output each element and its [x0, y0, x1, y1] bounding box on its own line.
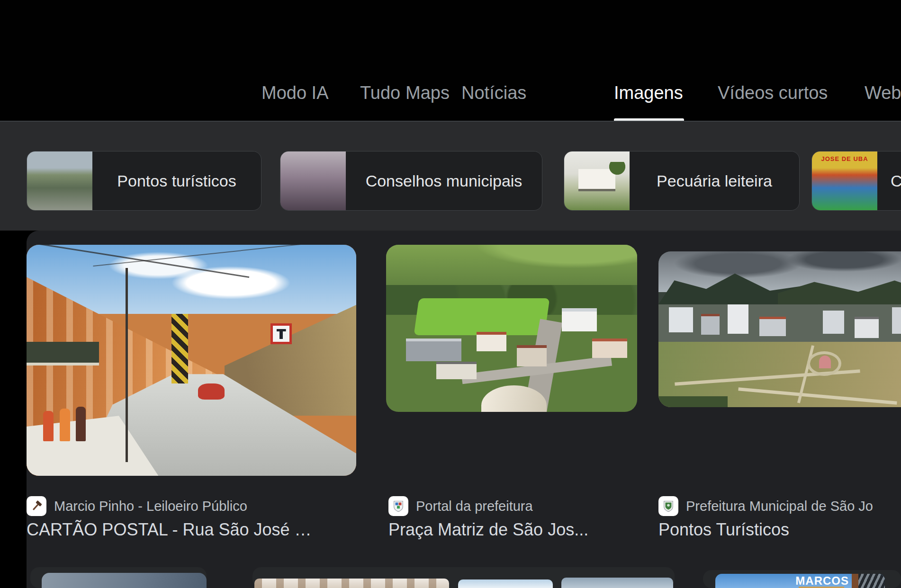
- result-title-link[interactable]: CARTÃO POSTAL - Rua São José …: [27, 520, 358, 540]
- building-art: [669, 307, 693, 332]
- soccer-field-art: [414, 298, 550, 335]
- header-bar: Modo IA Tudo Maps Notícias Imagens Vídeo…: [0, 0, 901, 121]
- tab-modo-ia[interactable]: Modo IA: [261, 81, 329, 104]
- chip-thumbnail-landscape: [27, 151, 92, 210]
- pedestrian-art: [60, 409, 70, 441]
- awning-art: [27, 342, 99, 365]
- pedestrian-art: [76, 407, 86, 441]
- tab-videos-curtos[interactable]: Vídeos curtos: [718, 81, 828, 104]
- tab-maps[interactable]: Maps: [405, 81, 450, 104]
- city-sign-text: JOSE DE UBA: [812, 155, 877, 162]
- striped-pole-art: [171, 314, 188, 383]
- chip-pecuaria-leiteira[interactable]: Pecuária leiteira: [564, 151, 800, 211]
- building-art: [728, 304, 749, 334]
- chip-thumbnail-street: [280, 151, 346, 210]
- result-image-cartao-postal[interactable]: [27, 245, 356, 476]
- result-source-row[interactable]: Portal da prefeitura: [388, 496, 637, 517]
- tab-tudo[interactable]: Tudo: [360, 81, 400, 104]
- result-image-pontos-turisticos[interactable]: [658, 251, 901, 407]
- house-art: [477, 332, 507, 351]
- warehouse-art: [406, 339, 461, 361]
- house-art: [517, 345, 547, 366]
- palm-tree-shape: [609, 162, 626, 186]
- chip-conselhos-municipais[interactable]: Conselhos municipais: [280, 151, 542, 211]
- chip-truncated[interactable]: JOSE DE UBA C: [811, 151, 901, 211]
- red-car-art: [198, 383, 225, 400]
- building-art: [701, 314, 720, 335]
- result-image-praca-matriz[interactable]: [386, 245, 637, 412]
- pink-monument-art: [819, 356, 831, 368]
- result-source-name: Portal da prefeitura: [416, 499, 533, 514]
- next-row-thumbnail-marcos-sign[interactable]: MARCOS: [715, 574, 885, 588]
- striped-structure-art: [858, 574, 885, 588]
- next-row-thumbnail[interactable]: [458, 579, 553, 588]
- green-crest-favicon-icon: [658, 496, 678, 516]
- google-images-results-page: Modo IA Tudo Maps Notícias Imagens Vídeo…: [0, 0, 901, 588]
- chip-label: Pecuária leiteira: [630, 172, 799, 190]
- tab-imagens-active[interactable]: Imagens: [614, 81, 683, 104]
- utility-pole-art: [126, 268, 128, 462]
- result-source-name: Marcio Pinho - Leiloeiro Público: [54, 499, 247, 514]
- cloudy-sky-art: [658, 251, 901, 292]
- house-art: [592, 339, 627, 358]
- chip-label: Conselhos municipais: [346, 172, 542, 190]
- building-art: [823, 311, 844, 334]
- traffic-sign-art: [270, 323, 292, 344]
- building-art: [855, 317, 878, 338]
- house-art: [436, 362, 477, 379]
- chip-label: Pontos turísticos: [92, 172, 261, 190]
- result-source-row[interactable]: Marcio Pinho - Leiloeiro Público: [27, 496, 358, 517]
- next-row-thumbnail[interactable]: [254, 579, 449, 588]
- chip-label: C: [877, 172, 901, 190]
- hedge-art: [658, 396, 728, 407]
- result-source-row[interactable]: Prefeitura Municipal de São Jo: [658, 496, 901, 517]
- tab-web[interactable]: Web: [865, 81, 901, 104]
- result-title-link[interactable]: Pontos Turísticos: [658, 520, 901, 540]
- next-row-thumbnail[interactable]: [561, 578, 673, 588]
- result-title-link[interactable]: Praça Matriz de São Jos...: [388, 520, 637, 540]
- result-source-name: Prefeitura Municipal de São Jo: [686, 499, 873, 514]
- house-art: [562, 308, 597, 331]
- coat-of-arms-favicon-icon: [388, 496, 408, 516]
- pole-art: [852, 574, 858, 588]
- chip-thumbnail-city-sign: JOSE DE UBA: [812, 151, 877, 210]
- building-art: [892, 307, 901, 334]
- chip-pontos-turisticos[interactable]: Pontos turísticos: [27, 151, 261, 211]
- tab-noticias[interactable]: Notícias: [461, 81, 526, 104]
- marcos-sign-text: MARCOS: [795, 574, 849, 588]
- chip-thumbnail-building: [564, 151, 630, 210]
- next-row-thumbnail-mountains[interactable]: [42, 573, 207, 588]
- gavel-favicon-icon: [27, 496, 46, 516]
- building-art: [759, 317, 786, 336]
- pedestrian-art: [43, 411, 54, 441]
